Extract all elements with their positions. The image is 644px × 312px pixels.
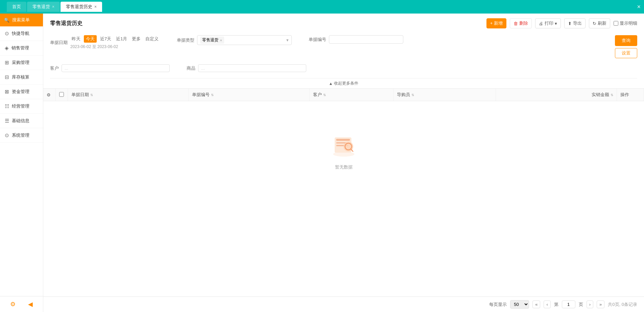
th-guide[interactable]: 导购员⇅: [393, 89, 496, 101]
sidebar-item-inventory-settle[interactable]: ⊟库存核算: [0, 70, 43, 85]
search-icon: 🔍: [4, 18, 9, 23]
query-button[interactable]: 查询: [615, 35, 637, 46]
goods-input[interactable]: ...: [198, 64, 306, 72]
next-page-button[interactable]: ›: [587, 300, 593, 308]
refresh-button[interactable]: ↻ 刷新: [589, 18, 610, 28]
select-all-checkbox[interactable]: [59, 92, 64, 97]
sidebar-icon-purchase-mgmt: ⊞: [5, 60, 9, 66]
sort-icon-doc_date: ⇅: [90, 93, 93, 97]
filter-row-1: 单据日期 昨天今天近7天近1月更多自定义 2023-06-02 至 2023-0…: [50, 32, 637, 61]
last-page-button[interactable]: »: [597, 300, 604, 308]
refresh-icon: ↻: [593, 21, 596, 26]
delete-button[interactable]: 🗑 删除: [510, 18, 532, 28]
table-header: ⚙单据日期⇅单据编号⇅客户⇅导购员⇅实销金额⇅操作: [43, 89, 644, 101]
filter-settings-button[interactable]: 设置: [615, 48, 637, 58]
sidebar-label-purchase-mgmt: 采购管理: [12, 60, 29, 66]
window-close-button[interactable]: ×: [637, 3, 641, 10]
date-shortcut-昨天[interactable]: 昨天: [70, 35, 82, 43]
th-label-guide: 导购员: [397, 92, 410, 97]
svg-rect-2: [336, 139, 350, 141]
collapse-button[interactable]: ▲ 收起更多条件: [329, 81, 359, 86]
tab-label-retail-return-history: 零售退货历史: [66, 4, 92, 10]
doc-type-tag-remove[interactable]: ×: [220, 38, 222, 42]
goods-placeholder: ...: [201, 66, 205, 71]
page-title: 零售退货历史: [50, 20, 82, 27]
page-size-label: 每页显示: [489, 302, 507, 308]
table-settings-icon[interactable]: ⚙: [47, 92, 51, 97]
main-layout: 🔍 搜索菜单 ⊙快捷导航◈销售管理⊞采购管理⊟库存核算⊠资金管理☷经营管理☰基础…: [0, 14, 644, 312]
doc-type-tag: 零售退货 ×: [200, 37, 224, 44]
export-button[interactable]: ⬆ 导出: [564, 18, 586, 28]
collapse-sidebar-icon[interactable]: ◀: [28, 300, 33, 308]
sidebar-label-basic-info: 基础信息: [12, 118, 29, 124]
sort-icon-customer: ⇅: [323, 93, 326, 97]
sidebar-label-system-mgmt: 系统管理: [12, 132, 29, 138]
tab-bar: 首页零售退货×零售退货历史×: [7, 2, 634, 12]
th-amount[interactable]: 实销金额⇅: [496, 89, 617, 101]
sidebar-search-label: 搜索菜单: [12, 17, 30, 23]
tab-retail-return[interactable]: 零售退货×: [27, 2, 60, 12]
goods-label: 商品: [187, 65, 195, 71]
sidebar-item-basic-info[interactable]: ☰基础信息: [0, 114, 43, 128]
date-shortcut-自定义[interactable]: 自定义: [144, 35, 160, 43]
first-page-button[interactable]: «: [532, 300, 540, 308]
customer-input[interactable]: ...: [62, 64, 170, 72]
collapse-row: ▲ 收起更多条件: [50, 78, 637, 88]
th-label-amount: 实销金额: [592, 92, 609, 97]
empty-text: 暂无数据: [335, 164, 353, 170]
empty-icon: [329, 128, 359, 159]
date-shortcut-近7天[interactable]: 近7天: [99, 35, 113, 43]
sidebar-item-operations-mgmt[interactable]: ☷经营管理: [0, 99, 43, 114]
tab-close-retail-return[interactable]: ×: [52, 4, 54, 9]
export-icon: ⬆: [568, 21, 572, 26]
page-size-select[interactable]: 2050100: [510, 300, 529, 309]
top-bar: 首页零售退货×零售退货历史× ×: [0, 0, 644, 14]
th-doc_date[interactable]: 单据日期⇅: [68, 89, 189, 101]
tab-label-retail-return: 零售退货: [32, 4, 50, 10]
date-shortcut-更多[interactable]: 更多: [130, 35, 142, 43]
sidebar-icon-system-mgmt: ⊙: [5, 132, 9, 138]
sort-icon-doc_number: ⇅: [211, 93, 214, 97]
sidebar-search[interactable]: 🔍 搜索菜单: [0, 14, 43, 26]
toolbar: + 新增 🗑 删除 🖨 打印 ▾ ⬆ 导出 ↻: [486, 18, 637, 28]
current-page-input[interactable]: [562, 300, 575, 308]
th-label-doc_date: 单据日期: [71, 92, 89, 97]
table-area: ⚙单据日期⇅单据编号⇅客户⇅导购员⇅实销金额⇅操作 暂无数据: [43, 89, 644, 296]
tab-retail-return-history[interactable]: 零售退货历史×: [61, 2, 102, 12]
th-doc_number[interactable]: 单据编号⇅: [189, 89, 310, 101]
sidebar-item-finance-mgmt[interactable]: ⊠资金管理: [0, 85, 43, 99]
show-detail-input[interactable]: [614, 21, 618, 26]
doc-type-input[interactable]: 零售退货 × ▾: [197, 35, 292, 45]
date-shortcut-今天[interactable]: 今天: [84, 35, 97, 43]
sort-icon-amount: ⇅: [611, 93, 613, 97]
show-detail-checkbox[interactable]: 显示明细: [614, 20, 637, 26]
table-header-row: ⚙单据日期⇅单据编号⇅客户⇅导购员⇅实销金额⇅操作: [43, 89, 644, 101]
tab-home[interactable]: 首页: [7, 2, 26, 12]
sidebar-item-sales-mgmt[interactable]: ◈销售管理: [0, 41, 43, 55]
pagination-bar: 每页显示 2050100 « ‹ 第 页 › » 共0页, 0条记录: [43, 296, 644, 312]
sidebar-icon-operations-mgmt: ☷: [5, 103, 9, 109]
prev-page-button[interactable]: ‹: [544, 300, 550, 308]
customer-label: 客户: [50, 65, 59, 71]
doc-number-label: 单据编号: [309, 37, 326, 43]
doc-type-label: 单据类型: [177, 37, 194, 43]
doc-number-input[interactable]: [329, 35, 403, 44]
print-button[interactable]: 🖨 打印 ▾: [535, 18, 561, 28]
sidebar-icon-sales-mgmt: ◈: [5, 45, 9, 51]
sidebar-item-quick-nav[interactable]: ⊙快捷导航: [0, 26, 43, 41]
sidebar-label-sales-mgmt: 销售管理: [11, 45, 29, 51]
new-button[interactable]: + 新增: [486, 18, 506, 28]
sidebar-item-system-mgmt[interactable]: ⊙系统管理: [0, 128, 43, 143]
th-customer[interactable]: 客户⇅: [309, 89, 393, 101]
settings-icon[interactable]: ⚙: [10, 300, 16, 308]
page-total: 共0页, 0条记录: [608, 302, 637, 308]
sidebar-icon-inventory-settle: ⊟: [5, 74, 9, 80]
print-dropdown-icon: ▾: [555, 21, 557, 26]
sidebar-icon-basic-info: ☰: [5, 118, 9, 124]
sidebar-icon-finance-mgmt: ⊠: [5, 89, 9, 95]
date-shortcut-近1月[interactable]: 近1月: [115, 35, 128, 43]
sidebar-item-purchase-mgmt[interactable]: ⊞采购管理: [0, 55, 43, 70]
customer-filter: 客户 ...: [50, 64, 170, 72]
tab-close-retail-return-history[interactable]: ×: [94, 4, 97, 9]
collapse-icon: ▲: [329, 81, 333, 86]
